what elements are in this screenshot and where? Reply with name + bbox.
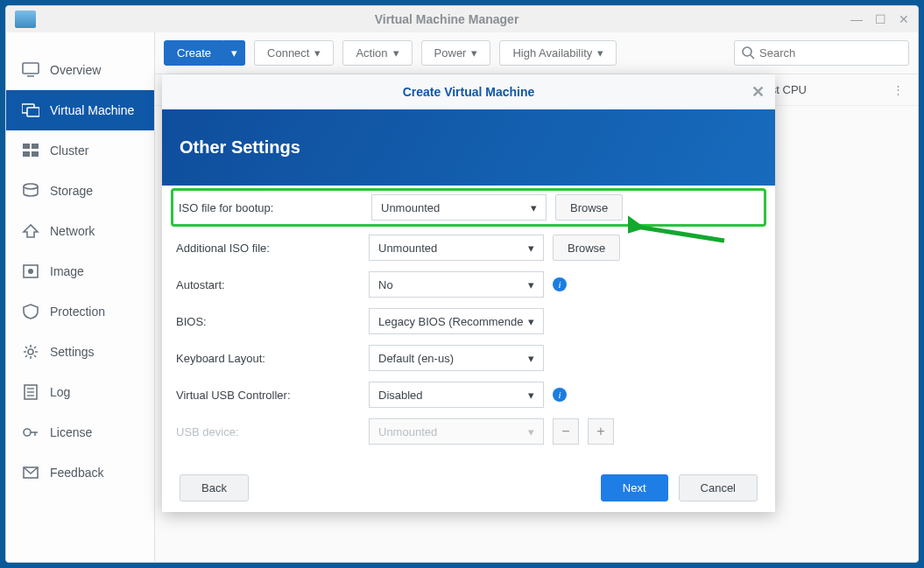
select-value: Default (en-us) <box>378 352 454 365</box>
sidebar-item-label: Overview <box>50 63 101 77</box>
chevron-down-icon: ▾ <box>597 46 603 60</box>
network-icon <box>22 223 39 239</box>
row-autostart: Autostart: No ▾ i <box>176 266 761 303</box>
column-menu-icon[interactable]: ⋮ <box>892 83 904 96</box>
remove-usb-button[interactable]: − <box>553 418 579 445</box>
svg-line-21 <box>751 55 754 59</box>
power-button[interactable]: Power ▾ <box>421 40 491 66</box>
create-button-group: Create ▾ <box>164 40 245 66</box>
maximize-icon[interactable]: ☐ <box>875 12 886 26</box>
log-icon <box>22 384 39 400</box>
info-icon[interactable]: i <box>553 388 567 402</box>
power-button-label: Power <box>434 46 467 60</box>
label-usb-device: USB device: <box>176 425 360 438</box>
connect-button-label: Connect <box>267 46 309 60</box>
window-title: Virtual Machine Manager <box>43 12 850 26</box>
ha-button[interactable]: High Availability ▾ <box>499 40 617 66</box>
sidebar-item-label: Log <box>50 385 70 399</box>
close-window-icon[interactable]: ✕ <box>899 12 909 26</box>
chevron-down-icon: ▾ <box>393 46 399 60</box>
search-wrap <box>734 40 909 66</box>
sidebar-item-virtual-machine[interactable]: Virtual Machine <box>6 90 154 130</box>
modal-title-text: Create Virtual Machine <box>403 85 535 99</box>
sidebar-item-label: Virtual Machine <box>50 103 134 117</box>
select-value: Disabled <box>378 389 423 402</box>
label-autostart: Autostart: <box>176 278 360 291</box>
select-keyboard[interactable]: Default (en-us) ▾ <box>369 345 544 371</box>
modal-banner-title: Other Settings <box>180 137 758 158</box>
sidebar-item-feedback[interactable]: Feedback <box>6 452 154 493</box>
browse-additional-iso-button[interactable]: Browse <box>553 235 620 261</box>
browse-iso-bootup-button[interactable]: Browse <box>555 194 623 221</box>
label-bios: BIOS: <box>176 315 360 328</box>
label-additional-iso: Additional ISO file: <box>176 242 360 255</box>
create-button[interactable]: Create <box>164 40 224 66</box>
select-value: Unmounted <box>378 242 437 255</box>
label-keyboard: Keyboard Layout: <box>176 352 360 365</box>
sidebar-item-storage[interactable]: Storage <box>6 171 154 211</box>
modal-banner: Other Settings <box>162 109 775 186</box>
select-value: Unmounted <box>378 425 437 438</box>
row-keyboard: Keyboard Layout: Default (en-us) ▾ <box>176 340 761 376</box>
cancel-button[interactable]: Cancel <box>679 474 758 501</box>
ha-button-label: High Availability <box>512 46 592 60</box>
sidebar-item-label: Feedback <box>50 466 103 480</box>
sidebar-item-settings[interactable]: Settings <box>6 332 154 372</box>
info-icon[interactable]: i <box>553 277 567 291</box>
modal-body: ISO file for bootup: Unmounted ▾ Browse … <box>162 186 775 464</box>
select-usb-controller[interactable]: Disabled ▾ <box>369 382 544 408</box>
protection-icon <box>22 304 39 319</box>
svg-point-11 <box>28 349 33 354</box>
feedback-icon <box>22 465 39 480</box>
row-bios: BIOS: Legacy BIOS (Recommende ▾ <box>176 303 761 340</box>
sidebar-item-network[interactable]: Network <box>6 211 154 251</box>
svg-point-16 <box>24 429 31 436</box>
connect-button[interactable]: Connect ▾ <box>254 40 334 66</box>
svg-point-20 <box>743 47 751 56</box>
select-usb-device: Unmounted ▾ <box>369 418 544 445</box>
create-dropdown-caret[interactable]: ▾ <box>224 40 245 66</box>
sidebar-item-log[interactable]: Log <box>6 372 154 412</box>
add-usb-button[interactable]: + <box>588 418 614 445</box>
svg-rect-7 <box>32 151 39 157</box>
next-button[interactable]: Next <box>601 474 668 501</box>
sidebar-item-image[interactable]: Image <box>6 251 154 291</box>
row-usb-device: USB device: Unmounted ▾ − + <box>176 413 761 450</box>
storage-icon <box>22 183 39 199</box>
svg-rect-6 <box>23 151 30 157</box>
search-input[interactable] <box>734 40 909 66</box>
select-bios[interactable]: Legacy BIOS (Recommende ▾ <box>369 308 544 334</box>
titlebar: Virtual Machine Manager — ☐ ✕ <box>6 6 918 32</box>
create-vm-modal: Create Virtual Machine ✕ Other Settings … <box>162 74 775 512</box>
action-button[interactable]: Action ▾ <box>342 40 412 66</box>
svg-rect-3 <box>27 108 39 116</box>
select-value: No <box>378 278 393 291</box>
sidebar-item-label: Storage <box>50 184 93 198</box>
sidebar-item-cluster[interactable]: Cluster <box>6 130 154 171</box>
select-iso-bootup[interactable]: Unmounted ▾ <box>371 194 547 221</box>
select-autostart[interactable]: No ▾ <box>369 271 544 298</box>
label-usb-controller: Virtual USB Controller: <box>176 389 360 402</box>
modal-titlebar: Create Virtual Machine ✕ <box>162 74 775 109</box>
modal-footer: Back Next Cancel <box>162 464 775 512</box>
svg-rect-5 <box>32 144 39 149</box>
sidebar-item-license[interactable]: License <box>6 412 154 452</box>
sidebar-item-protection[interactable]: Protection <box>6 291 154 332</box>
close-icon[interactable]: ✕ <box>751 82 765 102</box>
search-icon <box>741 46 755 60</box>
back-button[interactable]: Back <box>180 474 249 501</box>
app-icon <box>15 11 36 28</box>
sidebar-item-overview[interactable]: Overview <box>6 50 154 90</box>
chevron-down-icon: ▾ <box>528 242 534 255</box>
minimize-icon[interactable]: — <box>850 12 863 26</box>
select-additional-iso[interactable]: Unmounted ▾ <box>369 235 544 261</box>
footer-spacer <box>259 474 590 501</box>
chevron-down-icon: ▾ <box>471 46 477 60</box>
label-iso-bootup: ISO file for bootup: <box>179 201 363 214</box>
image-icon <box>22 263 39 279</box>
chevron-down-icon: ▾ <box>528 315 534 328</box>
toolbar: Create ▾ Connect ▾ Action ▾ Power ▾ High… <box>155 32 918 74</box>
create-button-label: Create <box>177 46 211 60</box>
chevron-down-icon: ▾ <box>528 278 534 291</box>
sidebar-item-label: Cluster <box>50 144 88 158</box>
